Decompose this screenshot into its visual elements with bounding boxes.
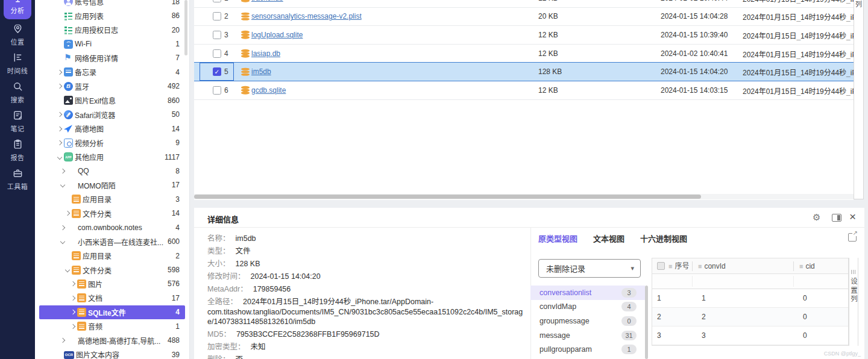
grid-column-header[interactable]: ≡cid — [799, 258, 815, 274]
file-link[interactable]: gcdb.sqlite — [251, 86, 286, 95]
expand-arrow-icon[interactable] — [60, 239, 66, 245]
expand-arrow-icon[interactable] — [57, 126, 63, 132]
tree-item[interactable]: SQLite文件 4 — [39, 305, 185, 319]
tree-item[interactable]: 文件分类 14 — [39, 207, 185, 220]
tree-scrollbar[interactable] — [184, 0, 187, 55]
row-checkbox[interactable] — [213, 31, 221, 39]
table-list-item[interactable]: message 31 — [530, 328, 645, 343]
file-link[interactable]: lasiap.db — [251, 49, 280, 58]
grid-column-header[interactable]: ≡convId — [698, 258, 726, 274]
sidebar-item-search[interactable]: 搜索 — [0, 81, 35, 104]
viewer-tab[interactable]: 文本视图 — [593, 233, 624, 244]
table-list-item[interactable]: groupmessage 0 — [530, 314, 645, 328]
tree-item[interactable]: 其他应用 1117 — [39, 150, 185, 164]
row-checkbox[interactable] — [213, 0, 221, 2]
tree-item[interactable]: MOMO陌陌 17 — [39, 178, 185, 192]
expand-arrow-icon[interactable] — [57, 13, 63, 19]
expand-arrow-icon[interactable] — [57, 98, 63, 104]
expand-arrow-icon[interactable] — [57, 140, 63, 146]
grid-filter-row[interactable] — [652, 274, 848, 289]
tree-item[interactable]: 备忘录 4 — [39, 65, 185, 79]
grid-row[interactable]: 2 2 0 — [652, 308, 848, 326]
file-row[interactable]: 4 lasiap.db 12 KB 2024-01-02 10:40:41 20… — [194, 45, 854, 63]
tree-item[interactable]: 应用目录 3 — [39, 192, 185, 206]
tree-item[interactable]: 应用列表 86 — [39, 8, 185, 22]
expand-arrow-icon[interactable] — [57, 111, 63, 117]
row-checkbox[interactable] — [213, 67, 221, 76]
gear-icon[interactable]: ⚙ — [813, 212, 820, 223]
expand-arrow-icon[interactable] — [57, 154, 63, 160]
tree-item[interactable]: 音频 1 — [39, 319, 185, 333]
column-settings-tab[interactable]: 设置列 — [849, 258, 858, 346]
expand-arrow-icon[interactable] — [57, 83, 63, 89]
tree-item[interactable]: 网络使用详情 7 — [39, 51, 185, 65]
tree-item[interactable]: Safari浏览器 50 — [39, 108, 185, 122]
expand-arrow-icon[interactable] — [64, 253, 71, 259]
file-row[interactable]: 6 gcdb.sqlite 12 KB 2024-01-15 14:03:15 … — [194, 81, 854, 100]
column-settings-tab-top[interactable]: 列 — [854, 0, 864, 199]
tree-item[interactable]: 图片文本内容 39 — [39, 348, 185, 359]
tree-item[interactable]: com.ownbook.notes 4 — [39, 220, 185, 234]
tree-item[interactable]: QQ 8 — [39, 164, 185, 178]
file-link[interactable]: sensorsanalytics-message-v2.plist — [251, 12, 362, 20]
tree-item[interactable]: 文件分类 598 — [39, 263, 185, 276]
expand-arrow-icon[interactable] — [57, 0, 63, 5]
tree-item[interactable]: 视频分析 9 — [39, 136, 185, 149]
tree-item[interactable]: 高德地图 14 — [39, 122, 185, 136]
expand-arrow-icon[interactable] — [57, 352, 63, 358]
tree-item[interactable]: 应用目录 2 — [39, 249, 185, 263]
expand-arrow-icon[interactable] — [57, 27, 63, 33]
sidebar-item-timeline[interactable]: 时间线 — [0, 52, 35, 75]
table-list-item[interactable]: pullgroupparam 1 — [530, 342, 645, 357]
table-list-scrollbar[interactable] — [645, 286, 648, 359]
expand-arrow-icon[interactable] — [60, 225, 66, 231]
tree-item[interactable]: 应用授权日志 20 — [39, 23, 185, 37]
file-link[interactable]: logUpload.sqlite — [251, 31, 303, 39]
tree-item[interactable]: 高德地图-高德打车,导航... 488 — [39, 334, 185, 348]
file-row[interactable]: 1 tracker.db 12 KB 2024-01-02 10:40:44 2… — [194, 0, 854, 8]
table-list-item[interactable]: conversationlist 3 — [530, 286, 645, 300]
expand-arrow-icon[interactable] — [57, 41, 63, 47]
expand-arrow-icon[interactable] — [64, 267, 71, 273]
horizontal-scrollbar[interactable] — [194, 194, 854, 199]
file-row[interactable]: 2 sensorsanalytics-message-v2.plist 20 K… — [194, 8, 854, 27]
viewer-tab[interactable]: 十六进制视图 — [640, 233, 687, 244]
file-link[interactable]: tracker.db — [251, 0, 283, 2]
expand-arrow-icon[interactable] — [64, 196, 71, 202]
tree-item[interactable]: 蓝牙 492 — [39, 80, 185, 93]
expand-arrow-icon[interactable] — [70, 323, 76, 329]
viewer-tab[interactable]: 原类型视图 — [538, 233, 577, 244]
expand-arrow-icon[interactable] — [60, 337, 66, 343]
expand-arrow-icon[interactable] — [70, 309, 76, 315]
file-row[interactable]: 5 im5db 128 KB 2024-01-15 14:04:20 2024年… — [194, 63, 854, 81]
tree-item[interactable]: Wi-Fi 1 — [39, 37, 185, 51]
file-link[interactable]: im5db — [251, 67, 271, 76]
horizontal-scrollbar-thumb[interactable] — [194, 195, 701, 199]
sidebar-item-toolbox[interactable]: 工具箱 — [0, 167, 35, 191]
file-row[interactable]: 3 logUpload.sqlite 12 KB 2024-01-15 10:3… — [194, 26, 854, 45]
row-checkbox[interactable] — [213, 86, 221, 95]
close-icon[interactable]: × — [849, 210, 856, 223]
open-external-icon[interactable]: ↗ — [848, 233, 857, 242]
expand-arrow-icon[interactable] — [64, 210, 71, 216]
expand-arrow-icon[interactable] — [60, 168, 66, 174]
expand-arrow-icon[interactable] — [70, 295, 76, 301]
select-all-checkbox[interactable] — [657, 262, 665, 270]
grid-column-header[interactable]: ≡序号 — [668, 258, 689, 274]
sidebar-item-notes[interactable]: 笔记 — [0, 110, 35, 133]
tree-item[interactable]: 图片Exif信息 860 — [39, 93, 185, 107]
grid-row[interactable]: 1 1 0 — [652, 289, 848, 308]
expand-arrow-icon[interactable] — [60, 182, 66, 188]
sidebar-item-location[interactable]: 位置 — [0, 23, 35, 46]
grid-row[interactable]: 3 3 0 — [652, 326, 848, 345]
expand-arrow-icon[interactable] — [57, 69, 63, 75]
sidebar-item-analysis[interactable]: 分析 — [4, 0, 31, 19]
row-checkbox[interactable] — [213, 49, 221, 58]
expand-arrow-icon[interactable] — [70, 281, 76, 287]
tree-item[interactable]: 文档 17 — [39, 291, 185, 305]
row-checkbox[interactable] — [213, 12, 221, 20]
tree-item[interactable]: 账号信息 18 — [39, 0, 185, 8]
tree-item[interactable]: 图片 576 — [39, 277, 185, 291]
expand-arrow-icon[interactable] — [57, 55, 63, 61]
record-filter-dropdown[interactable]: 未删除记录 ▾ — [538, 259, 641, 278]
